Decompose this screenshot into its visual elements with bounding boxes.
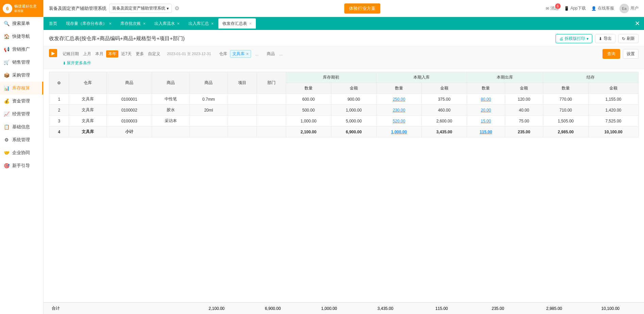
cell-seq: 3: [49, 116, 69, 127]
expand-conditions-button[interactable]: ⬇ 展开更多条件: [63, 60, 91, 66]
cell-out-qty[interactable]: 15.00: [467, 116, 505, 127]
link-in-qty[interactable]: 230.00: [393, 108, 405, 113]
sidebar-item-marketing[interactable]: 📢 营销推广: [0, 43, 43, 56]
total-row: 合计 2,100.00 6,900.00 1,000.00 3,435.00 1…: [44, 302, 644, 314]
tab-3[interactable]: 出入库流水✕: [150, 18, 184, 29]
cell-project: [228, 127, 257, 137]
user-item[interactable]: Ea 用户: [620, 4, 639, 13]
col-init-amt-header: 金额: [331, 83, 376, 94]
print-button[interactable]: 🖨 拆模版打印 ▾: [556, 34, 592, 43]
filter-toggle-button[interactable]: ▶: [49, 49, 57, 57]
col-bal-qty-header: 数量: [543, 83, 588, 94]
sidebar-item-purchase[interactable]: 📦 采购管理: [0, 69, 43, 82]
cell-dept: [257, 127, 286, 137]
sidebar-item-label-inventory: 库存核算: [12, 85, 30, 91]
tab-close-3[interactable]: ✕: [177, 22, 180, 26]
cell-in-qty[interactable]: 520.00: [376, 116, 422, 127]
tab-close-5[interactable]: ✕: [249, 22, 252, 26]
date-shortcut-自定义[interactable]: 自定义: [147, 50, 162, 57]
settings-icon[interactable]: ⚙: [175, 5, 179, 12]
col-bal-amt-header: 金额: [588, 83, 638, 94]
message-badge: 6: [555, 3, 561, 9]
sidebar-item-quick-nav[interactable]: 🏠 快捷导航: [0, 30, 43, 43]
col-in-amt-header: 金额: [422, 83, 467, 94]
cell-code: 0100002: [107, 105, 152, 116]
cell-out-amt: 40.00: [505, 105, 543, 116]
page-content: 收发存汇总表(按仓库+商品编码+商品+规格型号+项目+部门) 🖨 拆模版打印 ▾…: [44, 30, 644, 314]
tab-0[interactable]: 首页: [45, 18, 61, 29]
system-selector[interactable]: 装备及固定资产辅助管理系统 ▾: [109, 4, 172, 13]
sidebar-item-enterprise[interactable]: 🤝 企业协同: [0, 146, 43, 159]
cell-init-amt: 6,900.00: [331, 127, 376, 137]
app-logo: 6 畅捷通好生意 标准版: [0, 0, 43, 17]
app-name: 畅捷通好生意: [14, 4, 37, 9]
date-shortcut-近7天[interactable]: 近7天: [120, 50, 133, 57]
link-out-qty[interactable]: 80.00: [481, 97, 491, 102]
sidebar-item-operations[interactable]: 📈 经营管理: [0, 108, 43, 120]
cell-out-qty[interactable]: 20.00: [467, 105, 505, 116]
cell-in-qty[interactable]: 1,000.00: [376, 127, 422, 137]
filter-settings-button[interactable]: 设置: [623, 49, 639, 59]
tab-close-4[interactable]: ✕: [211, 22, 214, 26]
user-label: 用户: [630, 5, 639, 11]
sidebar-item-basic-info[interactable]: 📋 基础信息: [0, 120, 43, 133]
refresh-button[interactable]: ↻ 刷新: [618, 34, 639, 43]
cell-goods: 采访本: [152, 116, 190, 127]
app-download-item[interactable]: 📱 App下载: [564, 5, 586, 11]
tab-2[interactable]: 库存批次账✕: [116, 18, 150, 29]
sidebar-item-search[interactable]: 🔍 搜索菜单: [0, 17, 43, 30]
page-header: 收发存汇总表(按仓库+商品编码+商品+规格型号+项目+部门) 🖨 拆模版打印 ▾…: [44, 30, 644, 46]
sidebar-item-system[interactable]: ⚙ 系统管理: [0, 133, 43, 146]
link-in-qty[interactable]: 1,000.00: [391, 130, 407, 134]
sidebar-item-label-quick-nav: 快捷导航: [12, 33, 30, 39]
cell-out-qty[interactable]: 80.00: [467, 94, 505, 105]
export-button[interactable]: ⬇ 导出: [595, 34, 615, 43]
link-in-qty[interactable]: 520.00: [393, 119, 405, 123]
cell-warehouse: 文具库: [69, 105, 107, 116]
cell-bal-amt: 10,100.00: [588, 127, 638, 137]
cell-seq: 2: [49, 105, 69, 116]
sidebar-item-guide[interactable]: 🎯 新手引导: [0, 159, 43, 172]
warehouse-remove-icon[interactable]: ✕: [246, 52, 249, 56]
link-out-qty[interactable]: 20.00: [481, 108, 491, 113]
query-button[interactable]: 查询: [602, 49, 620, 59]
tab-4[interactable]: 出入库汇总✕: [184, 18, 218, 29]
goods-label: 商品: [267, 51, 275, 57]
tab-1[interactable]: 现存量（库存分布表）✕: [62, 18, 116, 29]
cell-in-qty[interactable]: 230.00: [376, 105, 422, 116]
message-item[interactable]: ✉ 消息 6: [546, 5, 559, 11]
link-out-qty[interactable]: 15.00: [481, 119, 491, 123]
refresh-icon: ↻: [622, 36, 625, 41]
warehouse-more[interactable]: ...: [255, 52, 259, 56]
online-service-item[interactable]: 👤 在线客服: [591, 5, 614, 11]
date-shortcut-本月[interactable]: 本月: [94, 50, 105, 57]
logo-icon: 6: [3, 4, 12, 13]
sidebar-item-sales[interactable]: 🛒 销售管理: [0, 56, 43, 69]
date-shortcut-更多[interactable]: 更多: [134, 50, 145, 57]
cell-in-qty[interactable]: 250.00: [376, 94, 422, 105]
warehouse-tag[interactable]: 文具库 ✕: [230, 50, 251, 58]
basic-info-icon: 📋: [3, 124, 10, 130]
sidebar-item-inventory[interactable]: 📊 库存核算: [0, 82, 43, 95]
avatar: Ea: [620, 4, 629, 13]
goods-more[interactable]: ...: [279, 52, 282, 56]
link-in-qty[interactable]: 250.00: [393, 97, 405, 102]
main-content: 装备及固定资产辅助管理系统 装备及固定资产辅助管理系统 ▾ ⚙ 体验行业方案 ✉…: [44, 0, 644, 314]
table-row: 1文具库0100001中性笔0.7mm600.00900.00250.00375…: [49, 94, 639, 105]
col-settings-header[interactable]: ⚙: [49, 72, 69, 94]
filter-section: ▶ 记账日期 上月本月本年近7天更多自定义 2023-01-01 至 2023-…: [44, 46, 644, 69]
date-shortcut-本年[interactable]: 本年: [106, 50, 118, 57]
print-icon: 🖨: [559, 36, 563, 41]
trial-button[interactable]: 体验行业方案: [344, 3, 380, 14]
sidebar-item-finance[interactable]: 💰 资金管理: [0, 95, 43, 108]
date-shortcut-上月[interactable]: 上月: [82, 50, 93, 57]
tab-close-1[interactable]: ✕: [109, 22, 112, 26]
tab-5[interactable]: 收发存汇总表✕: [218, 18, 256, 29]
tab-label-4: 出入库汇总: [188, 21, 209, 27]
close-all-tabs[interactable]: ✕: [632, 20, 643, 27]
tab-close-2[interactable]: ✕: [143, 22, 146, 26]
link-out-qty[interactable]: 115.00: [480, 130, 492, 134]
cell-out-qty[interactable]: 115.00: [467, 127, 505, 137]
cell-project: [228, 116, 257, 127]
page-title: 收发存汇总表(按仓库+商品编码+商品+规格型号+项目+部门): [49, 35, 185, 42]
